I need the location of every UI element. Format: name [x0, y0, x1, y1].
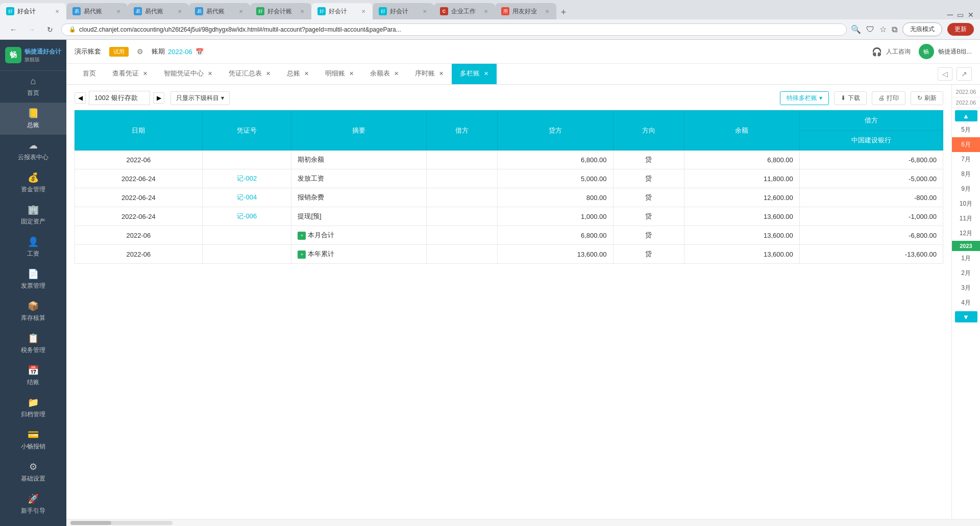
stealth-btn[interactable]: 无痕模式: [902, 22, 942, 36]
sidebar-item-inventory[interactable]: 📦 库存核算: [0, 295, 66, 328]
tab-general-ledger[interactable]: 总账 ✕: [279, 64, 317, 84]
voucher-link[interactable]: 记-002: [237, 174, 257, 182]
tab-close-8[interactable]: ✕: [544, 8, 550, 15]
download-btn[interactable]: ⬇ 下载: [834, 91, 867, 105]
cell-voucher[interactable]: 记-004: [202, 188, 291, 207]
extensions-icon[interactable]: ⧉: [892, 25, 897, 34]
calendar-icon[interactable]: 📅: [195, 48, 204, 56]
month-12月[interactable]: 12月: [952, 226, 980, 241]
url-bar[interactable]: 🔒 cloud2.chanjet.com/accounting/uh26t264…: [61, 23, 847, 36]
next-account-btn[interactable]: ▶: [153, 92, 164, 104]
tab-voucher-summary[interactable]: 凭证汇总表 ✕: [220, 64, 279, 84]
tab-voucher-view[interactable]: 查看凭证 ✕: [104, 64, 156, 84]
browser-tab-6[interactable]: 好 好会计 ✕: [373, 3, 434, 19]
month-11月[interactable]: 11月: [952, 211, 980, 226]
sidebar-item-guide[interactable]: 🚀 新手引导: [0, 488, 66, 520]
sidebar-item-assets[interactable]: 🏢 固定资产: [0, 199, 66, 231]
back-btn[interactable]: ←: [6, 22, 20, 37]
sidebar-item-invoice[interactable]: 📄 发票管理: [0, 263, 66, 295]
print-btn[interactable]: 🖨 打印: [872, 91, 905, 105]
refresh-nav-btn[interactable]: ↻: [43, 22, 57, 37]
tab-journal-close[interactable]: ✕: [439, 70, 444, 77]
prev-account-btn[interactable]: ◀: [75, 92, 86, 104]
expand-panel-btn[interactable]: ↗: [957, 67, 972, 81]
sidebar-item-ledger[interactable]: 📒 总账: [0, 103, 66, 135]
month-2023-1月[interactable]: 1月: [952, 251, 980, 266]
new-tab-btn[interactable]: +: [556, 5, 571, 19]
sidebar-item-funds[interactable]: 💰 资金管理: [0, 167, 66, 199]
tab-detail-ledger-close[interactable]: ✕: [349, 70, 354, 77]
special-multi-col-btn[interactable]: 特殊多栏账 ▾: [780, 91, 829, 105]
month-2023-2月[interactable]: 2月: [952, 266, 980, 281]
tab-smart-voucher-close[interactable]: ✕: [208, 70, 212, 77]
sidebar-item-tax[interactable]: 📋 税务管理: [0, 328, 66, 360]
scrollbar-thumb[interactable]: [70, 521, 111, 525]
browser-tab-2[interactable]: 易 易代账 ✕: [128, 3, 189, 19]
filter-dropdown[interactable]: 只显示下级科目 ▾: [170, 91, 230, 105]
tab-voucher-view-close[interactable]: ✕: [143, 70, 148, 77]
month-5月[interactable]: 5月: [952, 122, 980, 137]
sidebar-item-settings[interactable]: ⚙ 基础设置: [0, 456, 66, 488]
tab-multi-col-close[interactable]: ✕: [484, 70, 488, 77]
sidebar-item-salary[interactable]: 👤 工资: [0, 231, 66, 263]
settings-topbar-icon[interactable]: ⚙: [137, 47, 143, 56]
tab-close-1[interactable]: ✕: [115, 8, 121, 15]
tab-close-btn[interactable]: ✕: [54, 8, 60, 15]
tab-journal[interactable]: 序时账 ✕: [407, 64, 452, 84]
tab-balance-close[interactable]: ✕: [394, 70, 399, 77]
browser-tab-1[interactable]: 易 易代账 ✕: [66, 3, 128, 19]
update-btn[interactable]: 更新: [947, 23, 974, 36]
bottom-scrollbar[interactable]: [66, 519, 980, 526]
period-value[interactable]: 2022-06: [168, 48, 192, 56]
sidebar-item-home[interactable]: ⌂ 首页: [0, 71, 66, 103]
tab-voucher-summary-close[interactable]: ✕: [266, 70, 271, 77]
sidebar-item-reports[interactable]: ☁ 云报表中心: [0, 135, 66, 167]
month-9月[interactable]: 9月: [952, 182, 980, 196]
search-icon[interactable]: 🔍: [851, 24, 861, 34]
cell-voucher[interactable]: 记-002: [202, 169, 291, 188]
tab-smart-voucher[interactable]: 智能凭证中心 ✕: [156, 64, 220, 84]
restore-btn[interactable]: ▭: [957, 11, 964, 19]
voucher-link[interactable]: 记-006: [237, 212, 257, 220]
user-name[interactable]: 畅捷通B组...: [938, 47, 972, 56]
tab-balance[interactable]: 余额表 ✕: [362, 64, 407, 84]
sidebar-item-expense[interactable]: 💳 小畅报销: [0, 424, 66, 456]
browser-tab-active[interactable]: 好 好会计 ✕: [0, 3, 66, 19]
sidebar-item-member[interactable]: 👑 畅会员: [0, 520, 66, 526]
month-8月[interactable]: 8月: [952, 167, 980, 182]
tab-detail-ledger[interactable]: 明细账 ✕: [317, 64, 362, 84]
forward-btn[interactable]: →: [24, 22, 39, 37]
tab-close-7[interactable]: ✕: [483, 8, 489, 15]
tab-close-3[interactable]: ✕: [238, 8, 244, 15]
refresh-btn[interactable]: ↻ 刷新: [911, 91, 943, 105]
tab-close-6[interactable]: ✕: [422, 8, 428, 15]
voucher-link[interactable]: 记-004: [237, 193, 257, 201]
browser-tab-8[interactable]: 用 用友好业 ✕: [495, 3, 556, 19]
scroll-down-btn[interactable]: ▼: [955, 311, 977, 322]
browser-tab-4[interactable]: 好 好会计账 ✕: [250, 3, 311, 19]
month-6月[interactable]: 6月: [952, 137, 980, 152]
tab-general-ledger-close[interactable]: ✕: [304, 70, 309, 77]
user-service-label[interactable]: 人工咨询: [886, 47, 911, 56]
tab-close-5[interactable]: ✕: [360, 8, 366, 15]
cell-voucher[interactable]: 记-006: [202, 207, 291, 226]
browser-tab-5[interactable]: 好 好会计 ✕: [311, 3, 373, 19]
browser-tab-7[interactable]: C 企业工作 ✕: [434, 3, 495, 19]
shield-icon[interactable]: 🛡: [866, 25, 874, 34]
close-window-btn[interactable]: ✕: [968, 11, 974, 19]
collapse-panel-btn[interactable]: ◁: [938, 67, 952, 81]
user-avatar[interactable]: 畅: [919, 44, 934, 59]
sidebar-item-close[interactable]: 📅 结账: [0, 360, 66, 392]
tab-close-2[interactable]: ✕: [177, 8, 183, 15]
tab-home[interactable]: 首页: [75, 64, 104, 84]
scroll-up-btn[interactable]: ▲: [955, 110, 977, 121]
month-2023-4月[interactable]: 4月: [952, 295, 980, 310]
month-2023-3月[interactable]: 3月: [952, 281, 980, 295]
sidebar-item-archive[interactable]: 📁 归档管理: [0, 392, 66, 424]
star-icon[interactable]: ☆: [879, 24, 887, 34]
month-10月[interactable]: 10月: [952, 196, 980, 211]
month-7月[interactable]: 7月: [952, 152, 980, 167]
browser-tab-3[interactable]: 易 易代账 ✕: [189, 3, 250, 19]
minimize-btn[interactable]: ─: [947, 10, 953, 19]
tab-multi-col[interactable]: 多栏账 ✕: [452, 64, 497, 84]
